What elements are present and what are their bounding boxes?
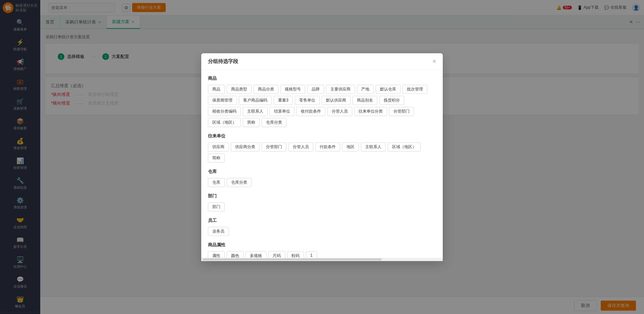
modal-section-2: 仓库仓库仓库分类 <box>208 169 436 187</box>
field-tag-0-15[interactable]: 拣货积分 <box>379 96 404 105</box>
field-tag-0-6[interactable]: 产地 <box>357 85 374 94</box>
section-title-5: 商品属性 <box>208 242 436 248</box>
field-tag-0-5[interactable]: 主要供应商 <box>326 85 355 94</box>
modal-hscroll[interactable] <box>201 258 443 261</box>
field-tag-0-25[interactable]: 仓库分类 <box>262 118 286 127</box>
modal-body[interactable]: 商品商品商品类型商品分类规格型号品牌主要供应商产地默认仓库批次管理保质期管理客户… <box>201 70 443 258</box>
field-tag-3-0[interactable]: 部门 <box>208 202 225 211</box>
field-tag-0-11[interactable]: 重量3 <box>274 96 293 105</box>
field-tag-0-18[interactable]: 结算单位 <box>270 107 294 116</box>
modal-section-3: 部门部门 <box>208 193 436 211</box>
field-tags-4: 业务员 <box>208 227 436 236</box>
field-tag-2-1[interactable]: 仓库分类 <box>227 178 252 187</box>
modal-section-5: 商品属性属性颜色多规格尺码鞋码1 <box>208 242 436 258</box>
field-tag-0-14[interactable]: 商品别名 <box>353 96 377 105</box>
field-tag-0-24[interactable]: 简称 <box>243 118 260 127</box>
section-title-4: 员工 <box>208 217 436 224</box>
modal-title: 分组待选字段 <box>208 58 238 65</box>
field-tag-1-5[interactable]: 地区 <box>342 142 359 151</box>
section-title-3: 部门 <box>208 193 436 199</box>
field-tags-2: 仓库仓库分类 <box>208 178 436 187</box>
field-tag-1-6[interactable]: 主联系人 <box>361 142 386 151</box>
field-tag-0-3[interactable]: 规格型号 <box>280 85 305 94</box>
field-tag-1-7[interactable]: 区域（地区） <box>388 142 421 151</box>
modal-header: 分组待选字段 × <box>201 53 443 70</box>
field-tag-5-1[interactable]: 颜色 <box>227 251 244 258</box>
field-tag-1-1[interactable]: 供应商分类 <box>231 142 260 151</box>
field-tag-0-10[interactable]: 客户商品编码 <box>239 96 272 105</box>
field-tags-0: 商品商品类型商品分类规格型号品牌主要供应商产地默认仓库批次管理保质期管理客户商品… <box>208 85 436 127</box>
field-tag-1-0[interactable]: 供应商 <box>208 142 229 151</box>
field-tags-5: 属性颜色多规格尺码鞋码1 <box>208 251 436 258</box>
modal-section-1: 往来单位供应商供应商分类分管部门分管人员付款条件地区主联系人区域（地区）简称 <box>208 133 436 163</box>
field-tag-5-3[interactable]: 尺码 <box>268 251 285 258</box>
field-tag-0-9[interactable]: 保质期管理 <box>208 96 237 105</box>
field-tag-5-0[interactable]: 属性 <box>208 251 225 258</box>
field-tag-0-23[interactable]: 区域（地区） <box>208 118 241 127</box>
field-tag-0-1[interactable]: 商品类型 <box>227 85 252 94</box>
field-tag-0-21[interactable]: 往来单位分类 <box>354 107 387 116</box>
hscroll-thumb <box>203 258 382 260</box>
field-tag-0-4[interactable]: 品牌 <box>307 85 324 94</box>
field-tag-0-0[interactable]: 商品 <box>208 85 225 94</box>
field-tag-4-0[interactable]: 业务员 <box>208 227 229 236</box>
field-tag-0-17[interactable]: 主联系人 <box>243 107 268 116</box>
field-tag-5-5[interactable]: 1 <box>306 251 317 258</box>
field-tag-5-4[interactable]: 鞋码 <box>287 251 304 258</box>
modal-overlay: 分组待选字段 × 商品商品商品类型商品分类规格型号品牌主要供应商产地默认仓库批次… <box>0 0 644 314</box>
field-tag-0-8[interactable]: 批次管理 <box>402 85 427 94</box>
field-tag-0-7[interactable]: 默认仓库 <box>376 85 400 94</box>
field-tag-0-12[interactable]: 零售单位 <box>295 96 320 105</box>
section-title-0: 商品 <box>208 75 436 81</box>
field-tag-0-19[interactable]: 收付款条件 <box>297 107 325 116</box>
field-tag-0-16[interactable]: 税收分类编码 <box>208 107 241 116</box>
field-tag-5-2[interactable]: 多规格 <box>246 251 266 258</box>
field-tags-3: 部门 <box>208 202 436 211</box>
modal-close-btn[interactable]: × <box>432 58 436 65</box>
field-tags-1: 供应商供应商分类分管部门分管人员付款条件地区主联系人区域（地区）简称 <box>208 142 436 163</box>
field-tag-2-0[interactable]: 仓库 <box>208 178 225 187</box>
modal-section-4: 员工业务员 <box>208 217 436 236</box>
modal-section-0: 商品商品商品类型商品分类规格型号品牌主要供应商产地默认仓库批次管理保质期管理客户… <box>208 75 436 127</box>
field-tag-1-8[interactable]: 简称 <box>208 153 225 163</box>
field-tag-1-3[interactable]: 分管人员 <box>288 142 313 151</box>
field-tag-0-22[interactable]: 分管部门 <box>389 107 414 116</box>
modal: 分组待选字段 × 商品商品商品类型商品分类规格型号品牌主要供应商产地默认仓库批次… <box>201 53 443 261</box>
section-title-1: 往来单位 <box>208 133 436 139</box>
field-tag-1-2[interactable]: 分管部门 <box>262 142 286 151</box>
section-title-2: 仓库 <box>208 169 436 175</box>
field-tag-0-2[interactable]: 商品分类 <box>254 85 278 94</box>
field-tag-0-20[interactable]: 分管人员 <box>327 107 352 116</box>
field-tag-1-4[interactable]: 付款条件 <box>315 142 340 151</box>
field-tag-0-13[interactable]: 默认供应商 <box>322 96 351 105</box>
